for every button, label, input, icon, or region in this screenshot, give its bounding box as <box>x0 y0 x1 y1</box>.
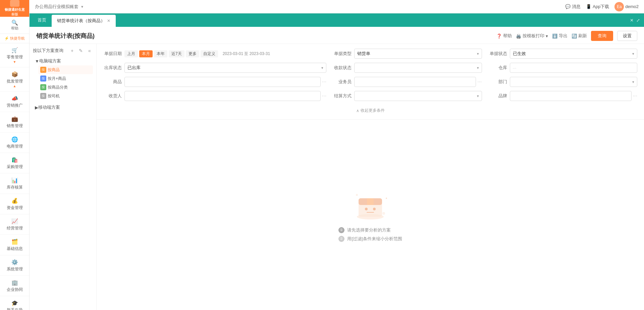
sidebar-item-purchase[interactable]: 🛍️ 采购管理 <box>0 153 29 173</box>
add-scheme-btn[interactable]: + <box>69 47 75 54</box>
product-dots[interactable]: ··· <box>322 79 326 85</box>
collapse-panel-btn[interactable]: « <box>86 47 93 54</box>
basicinfo-icon: 🗂️ <box>11 238 18 245</box>
username: demo2 <box>625 4 639 9</box>
refresh-btn[interactable]: 🔄 刷新 <box>572 33 587 39</box>
doc-type-select[interactable]: 销货单 ▾ <box>354 49 482 59</box>
retail-icon: 🛒 <box>11 47 18 53</box>
date-tab-custom[interactable]: 自定义 <box>201 50 218 57</box>
settings-button[interactable]: 设置 <box>617 31 637 41</box>
receiver-dots[interactable]: ··· <box>322 93 326 99</box>
scheme-by-month-product-label: 按月+商品 <box>48 76 66 82</box>
receive-status-select[interactable]: ▾ <box>354 63 482 73</box>
topbar-dropdown[interactable]: ▾ <box>81 4 83 9</box>
desktop-schemes: 按 按商品 按 按月+商品 按 按商品分类 按 按司机 <box>33 65 93 100</box>
sidebar-item-operations-label: 经营管理 <box>7 225 23 231</box>
sidebar-item-system[interactable]: ⚙️ 系统管理 <box>0 255 29 276</box>
warehouse-input[interactable]: ··· <box>510 63 637 73</box>
date-tab-7days[interactable]: 近7天 <box>169 50 184 57</box>
department-select[interactable]: ▾ <box>510 77 637 87</box>
doc-status-value: 已生效 <box>513 51 526 57</box>
system-icon: ⚙️ <box>11 259 18 265</box>
desktop-section-header[interactable]: ▼ 电脑端方案 <box>33 57 93 65</box>
settlement-select[interactable]: ▾ <box>354 91 482 101</box>
marketing-icon: 📣 <box>11 95 18 102</box>
sidebar-item-finance[interactable]: 💰 资金管理 <box>0 194 29 214</box>
department-label: 部门 <box>489 79 507 85</box>
sidebar-item-enterprise[interactable]: 🏢 企业协同 <box>0 276 29 296</box>
scheme-by-category[interactable]: 按 按商品分类 <box>38 83 93 92</box>
scheme-by-driver-label: 按司机 <box>48 93 60 99</box>
tab-minimize-icon[interactable]: ✕ <box>630 18 634 23</box>
message-label: 消息 <box>572 4 581 10</box>
retail-expand-arrow: ▼ <box>13 60 16 64</box>
product-input[interactable] <box>124 77 321 87</box>
receiver-input[interactable] <box>124 91 321 101</box>
scheme-by-month-product[interactable]: 按 按月+商品 <box>38 74 93 83</box>
scheme-by-product[interactable]: 按 按商品 <box>38 65 93 74</box>
date-tab-more[interactable]: 更多 <box>186 50 199 57</box>
filter-row-4: 收货人 ··· 结算方式 ▾ 品牌 <box>103 91 637 101</box>
empty-state: ① 请先选择要分析的方案 ② 用[过滤]条件来缩小分析范围 <box>97 120 644 310</box>
salesperson-input[interactable] <box>354 77 476 87</box>
doc-status-chevron: ▾ <box>632 52 634 56</box>
out-status-select[interactable]: 已出库 ▾ <box>124 63 326 73</box>
sidebar-item-operations[interactable]: 📈 经营管理 <box>0 214 29 235</box>
mobile-section-header[interactable]: ▶ 移动端方案 <box>33 103 93 112</box>
tab-close-icon[interactable]: ✕ <box>107 18 110 23</box>
out-status-chevron: ▾ <box>321 66 323 70</box>
svg-rect-3 <box>367 198 374 205</box>
empty-icon <box>350 188 390 222</box>
inventory-icon: 📊 <box>11 177 18 184</box>
sidebar-item-marketing[interactable]: 📣 营销推广 <box>0 92 29 112</box>
user-menu[interactable]: Ea demo2 <box>614 2 639 11</box>
app-download-icon: 📱 <box>586 4 591 9</box>
sidebar-item-quicknav[interactable]: ⚡ 快捷导航 <box>0 34 29 43</box>
date-tab-this-month[interactable]: 本月 <box>139 50 153 57</box>
desktop-arrow: ▼ <box>35 59 39 64</box>
sidebar-item-inventory[interactable]: 📊 库存核算 <box>0 173 29 194</box>
message-btn[interactable]: 💬 消息 <box>565 4 581 10</box>
svg-point-7 <box>356 194 358 196</box>
sidebar-item-basicinfo[interactable]: 🗂️ 基础信息 <box>0 235 29 255</box>
department-chevron: ▾ <box>632 80 634 84</box>
out-status-label: 出库状态 <box>103 65 122 71</box>
tab-expand-icon[interactable]: ⤢ <box>636 18 640 23</box>
sidebar-item-search[interactable]: 🔍 帮助 <box>0 17 29 34</box>
date-control: 上月 本月 本年 近7天 更多 自定义 2023-03-01 至 2023-03… <box>124 50 326 57</box>
doc-status-select[interactable]: 已生效 ▾ <box>510 49 637 59</box>
tab-home[interactable]: 首页 <box>32 13 52 27</box>
brand-input[interactable] <box>510 91 632 101</box>
sidebar-item-wholesale[interactable]: 📦 批发管理 ▲ <box>0 67 29 92</box>
sidebar-item-retail[interactable]: 🛒 零售管理 ▼ <box>0 43 29 67</box>
filter-doc-status: 单据状态 已生效 ▾ <box>489 49 637 59</box>
collapse-panel-icon: « <box>88 48 91 53</box>
template-print-btn[interactable]: 🖨️ 按模板打印 ▾ <box>516 33 548 39</box>
scheme-by-category-prefix: 按 <box>40 84 46 90</box>
app-download-btn[interactable]: 📱 App下载 <box>586 4 609 10</box>
query-button[interactable]: 查询 <box>591 31 613 41</box>
collapse-bar[interactable]: ∧ 收起更多条件 <box>103 105 637 115</box>
brand-dots[interactable]: ··· <box>633 93 637 99</box>
left-panel: 按以下方案查询 + ✎ « ▼ <box>30 44 97 310</box>
sidebar-item-ecommerce[interactable]: 🌐 电商管理 <box>0 133 29 153</box>
export-icon: ⬇️ <box>552 34 557 39</box>
filter-salesperson: 业务员 ··· <box>333 77 482 87</box>
tab-sales-stats[interactable]: 销货单统计表（按商品） ✕ <box>52 15 116 27</box>
help-icon: ❓ <box>496 34 502 39</box>
scheme-by-driver[interactable]: 按 按司机 <box>38 92 93 100</box>
help-btn[interactable]: ❓ 帮助 <box>496 33 512 39</box>
scheme-by-product-prefix: 按 <box>40 67 46 73</box>
empty-msg-2-num: ② <box>338 236 344 242</box>
edit-scheme-btn[interactable]: ✎ <box>77 47 84 54</box>
date-tab-last-month[interactable]: 上月 <box>124 50 138 57</box>
topbar-left: 办公用品行业模拟账套 ▾ <box>35 4 83 10</box>
export-btn[interactable]: ⬇️ 导出 <box>552 33 568 39</box>
sidebar-item-sales[interactable]: 💼 销售管理 <box>0 112 29 133</box>
salesperson-dots[interactable]: ··· <box>477 79 482 85</box>
date-tab-this-year[interactable]: 本年 <box>154 50 167 57</box>
page-header: 销货单统计表(按商品) ❓ 帮助 🖨️ 按模板打印 ▾ ⬇️ 导出 🔄 刷新 <box>30 27 644 44</box>
sidebar-item-newbie[interactable]: 🎓 新手引导 <box>0 296 29 310</box>
doc-type-label: 单据类型 <box>333 51 352 57</box>
empty-msg-1: ① 请先选择要分析的方案 <box>338 227 402 233</box>
